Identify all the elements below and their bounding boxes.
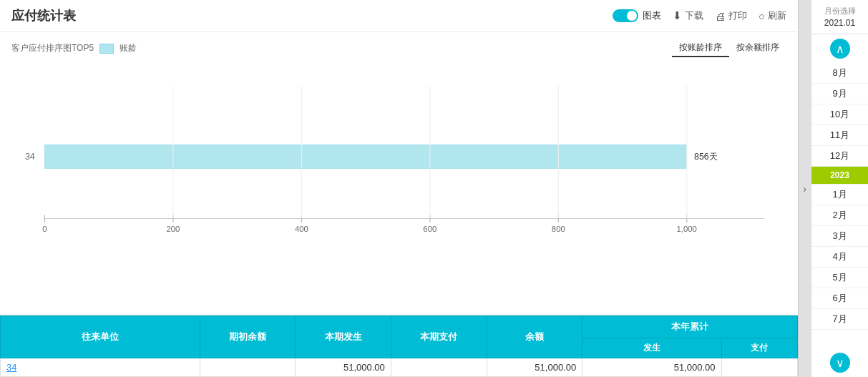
month-item[interactable]: 4月: [811, 247, 868, 268]
chart-svg: 34 856天 0 200 400 600: [11, 63, 786, 256]
month-up-btn[interactable]: ∧: [830, 39, 850, 59]
month-item[interactable]: 10月: [811, 104, 868, 125]
table-section: 往来单位 期初余额 本期发生 本期支付 余额 本年累计 发生 支付 34 51,…: [0, 315, 798, 377]
col-vendor: 往来单位: [1, 316, 200, 358]
legend-label: 客户应付排序图TOP5: [11, 42, 94, 54]
download-button[interactable]: ⬇ 下载: [673, 9, 703, 22]
svg-text:856天: 856天: [694, 152, 718, 162]
month-item[interactable]: 7月: [811, 309, 868, 330]
svg-text:0: 0: [42, 225, 47, 233]
svg-text:34: 34: [25, 152, 35, 162]
ytd-occur-cell: 51,000.00: [582, 358, 721, 377]
sidebar-expand-btn[interactable]: ›: [798, 0, 811, 377]
table-body: 34 51,000.00 51,000.00 51,000.00: [1, 358, 798, 377]
month-item[interactable]: 1月: [811, 185, 868, 205]
ytd-pay-cell: [721, 358, 798, 377]
chart-toggle[interactable]: [613, 9, 638, 22]
sort-by-balance-btn[interactable]: 按余额排序: [729, 39, 786, 57]
current-occur-cell: 51,000.00: [296, 358, 391, 377]
header-actions: 图表 ⬇ 下载 🖨 打印 ○ 刷新: [613, 9, 786, 22]
legend-box-label: 账龄: [120, 42, 137, 54]
chart-section: 客户应付排序图TOP5 账龄 按账龄排序 按余额排序 34 856天: [0, 32, 798, 315]
col-current-pay: 本期支付: [391, 316, 487, 358]
svg-text:400: 400: [295, 225, 308, 233]
opening-cell: [200, 358, 296, 377]
page-title: 应付统计表: [11, 7, 76, 24]
col-current-occur: 本期发生: [296, 316, 391, 358]
chart-area: 34 856天 0 200 400 600: [11, 63, 786, 256]
col-opening: 期初余额: [200, 316, 296, 358]
col-ytd-occur: 发生: [582, 338, 721, 358]
current-pay-cell: [391, 358, 487, 377]
svg-text:1,000: 1,000: [677, 225, 697, 233]
chart-legend: 客户应付排序图TOP5 账龄: [11, 42, 137, 54]
expand-arrow-icon: ›: [803, 183, 806, 195]
header: 应付统计表 图表 ⬇ 下载 🖨 打印 ○ 刷新: [0, 0, 798, 32]
data-table: 往来单位 期初余额 本期发生 本期支付 余额 本年累计 发生 支付 34 51,…: [0, 315, 798, 377]
year-input[interactable]: [814, 18, 865, 28]
table-row: 34 51,000.00 51,000.00 51,000.00: [1, 358, 798, 377]
col-balance: 余额: [487, 316, 582, 358]
year-label: 月份选择: [814, 6, 865, 16]
chart-sort-buttons: 按账龄排序 按余额排序: [672, 39, 786, 57]
sidebar: 月份选择 ∧ 8月9月10月11月12月20231月2月3月4月5月6月7月 ∨: [811, 0, 868, 377]
month-item[interactable]: 11月: [811, 125, 868, 146]
month-item[interactable]: 8月: [811, 63, 868, 84]
toggle-label: 图表: [643, 9, 661, 22]
print-icon: 🖨: [715, 10, 726, 22]
col-ytd-pay: 支付: [721, 338, 798, 358]
svg-text:600: 600: [423, 225, 437, 233]
sidebar-header: 月份选择: [811, 0, 868, 34]
svg-text:800: 800: [552, 225, 565, 233]
sort-by-amount-btn[interactable]: 按账龄排序: [672, 39, 729, 57]
month-list: 8月9月10月11月12月20231月2月3月4月5月6月7月: [811, 63, 868, 348]
col-ytd: 本年累计: [582, 316, 798, 338]
month-item[interactable]: 2月: [811, 205, 868, 226]
chart-toolbar: 客户应付排序图TOP5 账龄 按账龄排序 按余额排序: [11, 39, 786, 57]
month-down-btn[interactable]: ∨: [830, 353, 850, 373]
month-item[interactable]: 2023: [811, 167, 868, 185]
month-item[interactable]: 9月: [811, 84, 868, 104]
chart-toggle-wrap: 图表: [613, 9, 661, 22]
table-header-row: 往来单位 期初余额 本期发生 本期支付 余额 本年累计: [1, 316, 798, 338]
balance-cell: 51,000.00: [487, 358, 582, 377]
month-item[interactable]: 5月: [811, 268, 868, 288]
legend-box: [99, 44, 114, 54]
svg-rect-1: [44, 145, 686, 168]
download-icon: ⬇: [673, 9, 682, 22]
month-item[interactable]: 3月: [811, 226, 868, 247]
svg-text:200: 200: [166, 225, 180, 233]
refresh-button[interactable]: ○ 刷新: [759, 9, 786, 22]
month-item[interactable]: 6月: [811, 288, 868, 309]
vendor-cell[interactable]: 34: [1, 358, 200, 377]
print-button[interactable]: 🖨 打印: [715, 9, 747, 22]
month-item[interactable]: 12月: [811, 146, 868, 167]
refresh-icon: ○: [759, 10, 765, 22]
